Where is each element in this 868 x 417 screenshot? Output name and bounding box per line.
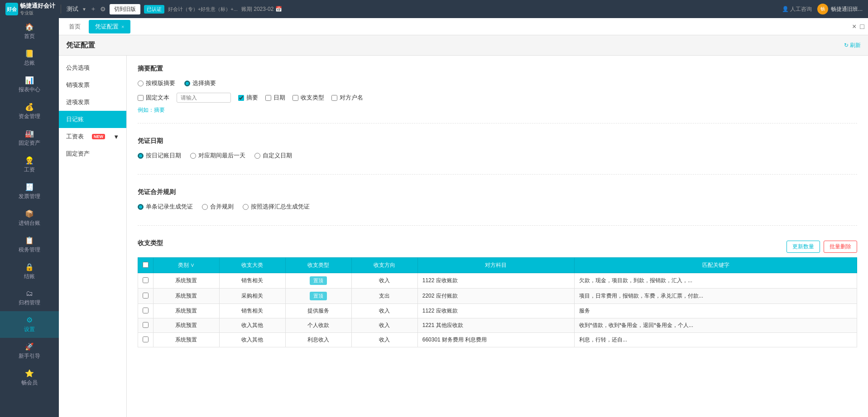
- tab-voucher-config[interactable]: 凭证配置 ×: [89, 20, 130, 33]
- tab-close-icon[interactable]: ×: [121, 24, 124, 29]
- fixed-text-input[interactable]: [177, 93, 231, 103]
- row-checkbox[interactable]: [143, 322, 149, 328]
- left-nav-journal-label: 日记账: [66, 115, 84, 123]
- sidebar-item-archive[interactable]: 🗂 归档管理: [0, 285, 59, 311]
- tax-icon: 📋: [25, 236, 34, 245]
- refresh-btn[interactable]: ↻ 刷新: [844, 42, 861, 49]
- window-max-btn[interactable]: □: [860, 23, 864, 31]
- table-row: 系统预置 销售相关 置顶 收入 1122 应收账款 欠款，现金，项目款，到款，报…: [138, 273, 857, 289]
- sidebar-label-funds: 资金管理: [19, 113, 40, 120]
- right-panel: 摘要配置 按模版摘要 选择摘要: [127, 56, 868, 417]
- radio-single-record[interactable]: 单条记录生成凭证: [138, 203, 193, 211]
- top-tag-btn[interactable]: 置顶: [310, 276, 327, 285]
- row-direction: 支出: [351, 289, 417, 304]
- sidebar-item-home[interactable]: 🏠 首页: [0, 18, 59, 45]
- row-major: 收入其他: [219, 333, 285, 347]
- sidebar-item-settings[interactable]: ⚙ 设置: [0, 311, 59, 338]
- sidebar-label-payroll: 工资: [24, 166, 35, 174]
- sidebar-label-archive: 归档管理: [19, 299, 40, 307]
- radio-merge-rule[interactable]: 合并规则: [202, 203, 234, 211]
- sidebar-item-payroll[interactable]: 👷 工资: [0, 152, 59, 178]
- row-subject: 660301 财务费用 利息费用: [417, 333, 574, 347]
- radio-select-summary[interactable]: 选择摘要: [184, 79, 216, 87]
- radio-template-input[interactable]: [138, 81, 144, 86]
- row-checkbox-cell[interactable]: [138, 318, 153, 333]
- sidebar-label-invoices: 发票管理: [19, 193, 40, 200]
- sidebar-item-ledger[interactable]: 📒 总账: [0, 45, 59, 71]
- radio-period-last-day-input[interactable]: [190, 153, 196, 159]
- radio-journal-date-input[interactable]: [138, 153, 144, 159]
- sidebar-item-assets[interactable]: 🏭 固定资产: [0, 125, 59, 152]
- update-count-btn[interactable]: 更新数量: [786, 241, 820, 253]
- radio-merge-rule-input[interactable]: [202, 204, 208, 210]
- period-label: 账期 2023-02 📅: [241, 5, 282, 13]
- sidebar-item-guide[interactable]: 🚀 新手引导: [0, 338, 59, 365]
- radio-template-summary[interactable]: 按模版摘要: [138, 79, 175, 87]
- radio-period-last-day[interactable]: 对应期间最后一天: [190, 152, 245, 160]
- settings-icon[interactable]: ⚙: [100, 5, 106, 13]
- check-summary[interactable]: 摘要: [238, 94, 258, 102]
- window-close-btn[interactable]: ×: [852, 23, 856, 31]
- fixed-text-checkbox[interactable]: [138, 95, 144, 101]
- radio-custom-date-input[interactable]: [254, 153, 260, 159]
- row-keywords: 服务: [575, 304, 857, 318]
- radio-custom-date[interactable]: 自定义日期: [254, 152, 292, 160]
- sidebar-item-tax[interactable]: 📋 税务管理: [0, 232, 59, 258]
- sidebar-item-purchase[interactable]: 📦 进销台账: [0, 205, 59, 232]
- sidebar-item-closing[interactable]: 🔒 结账: [0, 258, 59, 285]
- row-checkbox-cell[interactable]: [138, 289, 153, 304]
- left-nav-purchase-label: 进项发票: [66, 98, 90, 106]
- row-checkbox-cell[interactable]: [138, 304, 153, 318]
- check-cashflow-type[interactable]: 收支类型: [293, 94, 324, 102]
- radio-single-record-input[interactable]: [138, 204, 144, 210]
- row-subject: 1221 其他应收款: [417, 318, 574, 333]
- row-subject: 1122 应收账款: [417, 273, 574, 289]
- summary-checkbox[interactable]: [238, 95, 244, 101]
- left-nav-public[interactable]: 公共选项: [59, 59, 126, 76]
- main-layout: 🏠 首页 📒 总账 📊 报表中心 💰 资金管理 🏭 固定资产 👷 工资 🧾 发票…: [0, 18, 868, 417]
- user-menu[interactable]: 畅 畅捷通旧班...: [817, 4, 863, 14]
- select-all-checkbox[interactable]: [143, 262, 149, 268]
- date-checkbox[interactable]: [265, 95, 271, 101]
- counterpart-checkbox[interactable]: [331, 95, 337, 101]
- row-checkbox[interactable]: [143, 277, 149, 283]
- person-icon: 👤: [782, 6, 789, 12]
- sidebar-item-reports[interactable]: 📊 报表中心: [0, 71, 59, 98]
- row-direction: 收入: [351, 273, 417, 289]
- switch-old-btn[interactable]: 切到旧版: [110, 4, 140, 14]
- member-icon: ⭐: [25, 369, 34, 378]
- brand-sub: 专业版: [20, 10, 55, 16]
- left-nav-payroll[interactable]: 工资表 NEW ▼: [59, 128, 126, 145]
- workspace-dropdown[interactable]: ▼: [82, 7, 86, 12]
- radio-aggregate-input[interactable]: [243, 204, 249, 210]
- sidebar-item-member[interactable]: ⭐ 畅会员: [0, 365, 59, 391]
- radio-select-input[interactable]: [184, 81, 190, 86]
- help-btn[interactable]: 👤 人工咨询: [782, 5, 812, 13]
- check-counterpart[interactable]: 对方户名: [331, 94, 363, 102]
- batch-delete-btn[interactable]: 批量删除: [824, 241, 857, 253]
- radio-journal-date[interactable]: 按日记账日期: [138, 152, 181, 160]
- add-icon[interactable]: ＋: [90, 5, 96, 13]
- check-fixed-text[interactable]: 固定文本: [138, 94, 169, 102]
- check-date[interactable]: 日期: [265, 94, 285, 102]
- left-nav-sales-invoice[interactable]: 销项发票: [59, 76, 126, 94]
- calendar-icon[interactable]: 📅: [275, 6, 282, 12]
- left-nav-journal[interactable]: 日记账: [59, 111, 126, 128]
- row-checkbox[interactable]: [143, 336, 149, 342]
- top-tag-btn[interactable]: 置顶: [310, 292, 327, 300]
- row-checkbox-cell[interactable]: [138, 333, 153, 347]
- sidebar-item-funds[interactable]: 💰 资金管理: [0, 98, 59, 125]
- row-checkbox[interactable]: [143, 308, 149, 313]
- row-checkbox-cell[interactable]: [138, 273, 153, 289]
- th-select-all[interactable]: [138, 258, 153, 273]
- cashflow-type-checkbox[interactable]: [293, 95, 298, 101]
- left-nav-fixed-assets[interactable]: 固定资产: [59, 145, 126, 162]
- tab-home[interactable]: 首页: [62, 20, 87, 33]
- reports-icon: 📊: [25, 76, 34, 85]
- radio-aggregate[interactable]: 按照选择汇总生成凭证: [243, 203, 310, 211]
- cashflow-section: 收支类型 更新数量 批量删除 类别 ∨: [138, 239, 857, 356]
- tab-voucher-label: 凭证配置: [95, 23, 119, 31]
- sidebar-item-invoices[interactable]: 🧾 发票管理: [0, 178, 59, 205]
- row-checkbox[interactable]: [143, 293, 149, 299]
- left-nav-purchase-invoice[interactable]: 进项发票: [59, 94, 126, 111]
